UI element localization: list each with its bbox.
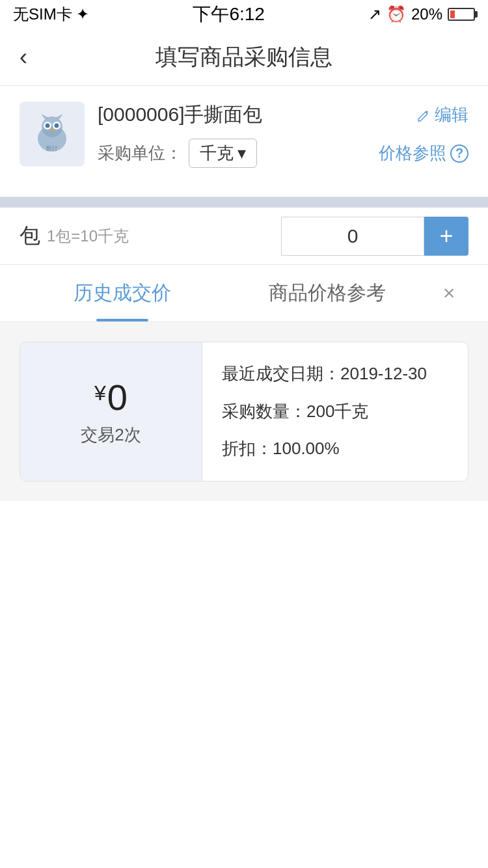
price-ref-button[interactable]: 价格参照 ? bbox=[379, 142, 468, 165]
quantity-plus-button[interactable]: + bbox=[424, 217, 468, 256]
product-title: 手撕面包 bbox=[184, 103, 262, 125]
recent-date-value: 2019-12-30 bbox=[340, 364, 427, 383]
discount-label: 折扣： bbox=[222, 439, 273, 458]
edit-icon bbox=[416, 108, 431, 122]
purchase-qty-label: 采购数量： bbox=[222, 401, 306, 421]
edit-button[interactable]: 编辑 bbox=[416, 103, 468, 126]
price-amount: ¥ 0 bbox=[94, 376, 128, 418]
svg-text:黔计: 黔计 bbox=[46, 145, 58, 152]
price-number: 0 bbox=[107, 376, 128, 418]
location-icon: ↗ bbox=[368, 5, 381, 23]
product-info: [0000006]手撕面包 编辑 采购单位： 千克 ▾ bbox=[98, 102, 468, 168]
tab-price-reference[interactable]: 商品价格参考 bbox=[224, 265, 429, 321]
product-thumbnail: 黔计 bbox=[20, 102, 85, 167]
price-ref-label: 价格参照 bbox=[379, 142, 446, 165]
price-card: ¥ 0 交易2次 最近成交日期：2019-12-30 采购数量：200千克 折扣… bbox=[20, 342, 468, 481]
product-id: [0000006] bbox=[98, 103, 184, 125]
unit-value: 千克 bbox=[200, 142, 234, 165]
quantity-input[interactable]: 0 bbox=[281, 217, 424, 256]
info-icon: ? bbox=[450, 144, 468, 163]
unit-dropdown[interactable]: 千克 ▾ bbox=[189, 139, 257, 168]
back-button[interactable]: ‹ bbox=[20, 44, 59, 71]
product-card: 黔计 [0000006]手撕面包 编辑 采购单位： bbox=[0, 86, 488, 197]
recent-date-label: 最近成交日期： bbox=[222, 364, 340, 383]
content-area bbox=[0, 501, 488, 868]
recent-date-row: 最近成交日期：2019-12-30 bbox=[222, 360, 448, 388]
tab-active-underline bbox=[96, 319, 148, 321]
battery-percent: 20% bbox=[411, 5, 442, 23]
status-left: 无SIM卡 ✦ bbox=[13, 4, 89, 25]
purchase-qty-value: 200千克 bbox=[306, 401, 368, 421]
price-card-left: ¥ 0 交易2次 bbox=[20, 342, 202, 481]
tabs-container: 历史成交价 商品价格参考 × bbox=[0, 265, 488, 322]
quantity-controls: 0 + bbox=[281, 217, 468, 256]
battery-icon bbox=[448, 8, 475, 21]
quantity-unit-hint: 1包=10千克 bbox=[47, 226, 129, 247]
chevron-down-icon: ▾ bbox=[237, 143, 246, 163]
alarm-icon: ⏰ bbox=[386, 5, 406, 23]
product-name-row: [0000006]手撕面包 编辑 bbox=[98, 102, 468, 128]
quantity-row: 包 1包=10千克 0 + bbox=[0, 208, 488, 265]
discount-value: 100.00% bbox=[273, 439, 340, 458]
purchase-qty-row: 采购数量：200千克 bbox=[222, 398, 448, 426]
product-full-name: [0000006]手撕面包 bbox=[98, 102, 262, 128]
status-bar: 无SIM卡 ✦ 下午6:12 ↗ ⏰ 20% bbox=[0, 0, 488, 29]
quantity-value: 0 bbox=[347, 225, 359, 247]
svg-point-4 bbox=[46, 124, 50, 128]
page-title: 填写商品采购信息 bbox=[156, 42, 332, 72]
product-logo-icon: 黔计 bbox=[29, 111, 75, 157]
purchase-unit-label: 采购单位： bbox=[98, 142, 182, 165]
nav-bar: ‹ 填写商品采购信息 bbox=[0, 29, 488, 86]
currency-symbol: ¥ bbox=[94, 381, 106, 405]
discount-row: 折扣：100.00% bbox=[222, 435, 448, 463]
price-card-right: 最近成交日期：2019-12-30 采购数量：200千克 折扣：100.00% bbox=[202, 342, 468, 481]
transaction-count: 交易2次 bbox=[81, 424, 141, 446]
tab-history-price[interactable]: 历史成交价 bbox=[20, 265, 224, 321]
gray-separator bbox=[0, 197, 488, 208]
price-card-section: ¥ 0 交易2次 最近成交日期：2019-12-30 采购数量：200千克 折扣… bbox=[0, 322, 488, 501]
quantity-label: 包 1包=10千克 bbox=[20, 222, 129, 251]
svg-point-5 bbox=[55, 124, 59, 128]
status-time: 下午6:12 bbox=[193, 2, 265, 27]
carrier-text: 无SIM卡 ✦ bbox=[13, 4, 89, 25]
quantity-unit-label: 包 bbox=[20, 222, 40, 251]
tab-close-button[interactable]: × bbox=[429, 274, 468, 313]
status-right: ↗ ⏰ 20% bbox=[368, 5, 475, 23]
purchase-unit-left: 采购单位： 千克 ▾ bbox=[98, 139, 257, 168]
purchase-unit-row: 采购单位： 千克 ▾ 价格参照 ? bbox=[98, 139, 468, 168]
product-header: 黔计 [0000006]手撕面包 编辑 采购单位： bbox=[20, 102, 468, 168]
